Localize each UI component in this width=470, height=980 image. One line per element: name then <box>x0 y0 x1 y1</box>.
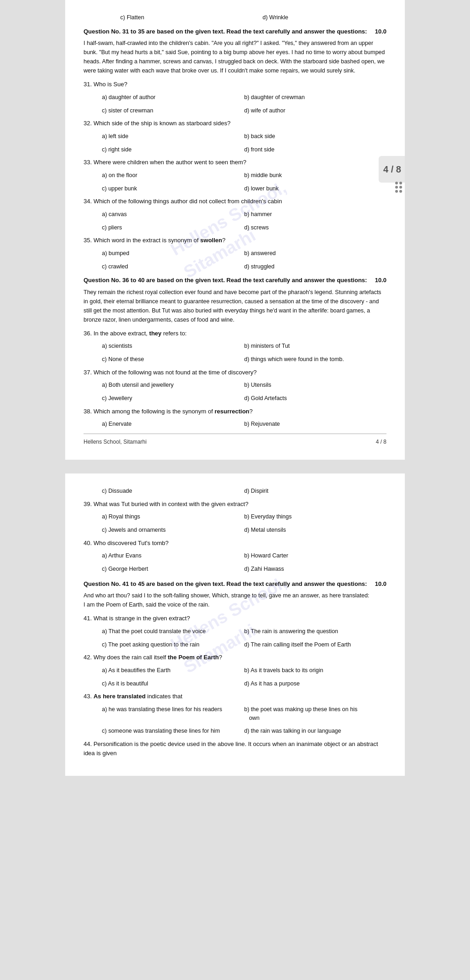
q35-option-c: c) crawled <box>102 262 244 272</box>
q37-text: 37. Which of the following was not found… <box>84 369 257 376</box>
q42-options: a) As it beautifies the Earth b) As it t… <box>84 666 386 675</box>
q41-options-2: c) The poet asking question to the rain … <box>84 640 386 650</box>
q39-option-b: b) Everyday things <box>244 512 386 522</box>
q35-option-b: b) answered <box>244 249 386 258</box>
q37-options: a) Both utensil and jewellery b) Utensil… <box>84 380 386 390</box>
question-41: 41. What is strange in the given extract… <box>84 614 386 623</box>
school-name: Hellens School, Sitamarhi <box>84 438 146 446</box>
q40-options: a) Arthur Evans b) Howard Carter <box>84 551 386 561</box>
q39-options-2: c) Jewels and ornaments d) Metal utensil… <box>84 525 386 535</box>
q34-text: 34. Which of the following things author… <box>84 198 282 205</box>
q41-option-c: c) The poet asking question to the rain <box>102 640 244 650</box>
q41-text: 41. What is strange in the given extract… <box>84 615 190 622</box>
page-break <box>0 460 470 473</box>
q31-option-d: d) wife of author <box>244 106 386 116</box>
q39-option-d: d) Metal utensils <box>244 525 386 535</box>
question-37: 37. Which of the following was not found… <box>84 368 386 377</box>
passage-31-35: I half-swam, half-crawled into the child… <box>84 39 386 75</box>
passage-36-40: They remain the richest royal collection… <box>84 288 386 324</box>
question-block-label: Question No. 31 to 35 are based on the g… <box>84 27 367 36</box>
q41-option-d: d) The rain calling itself the Poem of E… <box>244 640 386 650</box>
option-c-flatten: c) Flatten <box>102 13 244 22</box>
q35-text: 35. Which word in the extract is synonym… <box>84 237 225 244</box>
q32-option-d: d) front side <box>244 145 386 155</box>
q37-option-c: c) Jewellery <box>102 394 244 403</box>
question-35: 35. Which word in the extract is synonym… <box>84 236 386 245</box>
q36-text: 36. In the above extract, they refers to… <box>84 330 187 337</box>
q38c-option-c: c) Dissuade <box>102 486 244 496</box>
question-44: 44. Personification is the poetic device… <box>84 740 386 757</box>
question-38: 38. Which among the following is the syn… <box>84 407 386 416</box>
q41-option-b: b) The rain is answering the question <box>244 627 386 636</box>
q34-option-d: d) screws <box>244 223 386 233</box>
q33-text: 33. Where were children when the author … <box>84 159 246 166</box>
q43-options: a) he was translating these lines for hi… <box>84 705 386 723</box>
marks-31-35: 10.0 <box>375 27 386 36</box>
question-43: 43. As here translated indicates that <box>84 692 386 701</box>
q40-options-2: c) George Herbert d) Zahi Hawass <box>84 564 386 574</box>
q35-options-2: c) crawled d) struggled <box>84 262 386 272</box>
q43-options-2: c) someone was translating these lines f… <box>84 726 386 736</box>
q39-text: 39. What was Tut buried with in context … <box>84 501 248 507</box>
question-block-header-41-45: Question No. 41 to 45 are based on the g… <box>84 579 386 589</box>
q41-option-a: a) That the poet could translate the voi… <box>102 627 244 636</box>
q33-option-d: d) lower bunk <box>244 184 386 194</box>
q36-option-b: b) ministers of Tut <box>244 341 386 351</box>
q34-option-a: a) canvas <box>102 210 244 219</box>
q38-option-b: b) Rejuvenate <box>244 419 386 429</box>
q38-continuation-options: c) Dissuade d) Dispirit <box>84 486 386 496</box>
question-block-41-45: Question No. 41 to 45 are based on the g… <box>84 579 386 757</box>
q31-options: a) daughter of author b) daughter of cre… <box>84 93 386 102</box>
q38-option-a: a) Enervate <box>102 419 244 429</box>
q36-options: a) scientists b) ministers of Tut <box>84 341 386 351</box>
marks-36-40: 10.0 <box>375 276 386 285</box>
q32-options-2: c) right side d) front side <box>84 145 386 155</box>
q40-option-d: d) Zahi Hawass <box>244 564 386 574</box>
q37-options-2: c) Jewellery d) Gold Artefacts <box>84 394 386 403</box>
q43-option-c: c) someone was translating these lines f… <box>102 726 244 736</box>
q32-option-a: a) left side <box>102 132 244 141</box>
q38-options: a) Enervate b) Rejuvenate <box>84 419 386 429</box>
passage-41-45: And who art thou? said I to the soft-fal… <box>84 591 386 609</box>
q33-option-c: c) upper bunk <box>102 184 244 194</box>
q39-option-c: c) Jewels and ornaments <box>102 525 244 535</box>
q32-option-b: b) back side <box>244 132 386 141</box>
q41-options: a) That the poet could translate the voi… <box>84 627 386 636</box>
q43-option-a: a) he was translating these lines for hi… <box>102 705 244 723</box>
question-block-36-40: Question No. 36 to 40 are based on the g… <box>84 276 386 429</box>
marks-41-45: 10.0 <box>375 579 386 589</box>
q42-option-c: c) As it is beautiful <box>102 679 244 689</box>
q42-options-2: c) As it is beautiful d) As it has a pur… <box>84 679 386 689</box>
q37-option-b: b) Utensils <box>244 380 386 390</box>
q40-option-c: c) George Herbert <box>102 564 244 574</box>
question-block-label-41: Question No. 41 to 45 are based on the g… <box>84 579 367 589</box>
q34-options: a) canvas b) hammer <box>84 210 386 219</box>
page-5: Hellens School,Sitamarhi c) Dissuade d) … <box>65 473 405 776</box>
q42-text: 42. Why does the rain call itself the Po… <box>84 654 222 661</box>
question-39: 39. What was Tut buried with in context … <box>84 500 386 509</box>
q33-options: a) on the floor b) middle bunk <box>84 171 386 180</box>
question-42: 42. Why does the rain call itself the Po… <box>84 653 386 662</box>
q36-options-2: c) None of these d) things which were fo… <box>84 355 386 364</box>
q36-option-c: c) None of these <box>102 355 244 364</box>
q40-option-a: a) Arthur Evans <box>102 551 244 561</box>
question-block-31-35: Question No. 31 to 35 are based on the g… <box>84 27 386 272</box>
question-40: 40. Who discovered Tut's tomb? <box>84 539 386 548</box>
q34-option-b: b) hammer <box>244 210 386 219</box>
q40-option-b: b) Howard Carter <box>244 551 386 561</box>
q40-text: 40. Who discovered Tut's tomb? <box>84 540 168 546</box>
option-d-wrinkle: d) Wrinkle <box>244 13 386 22</box>
q36-option-d: d) things which were found in the tomb. <box>244 355 386 364</box>
q43-option-d: d) the rain was talking in our language <box>244 726 386 736</box>
dots-badge <box>392 179 405 195</box>
q36-option-a: a) scientists <box>102 341 244 351</box>
q38c-option-d: d) Dispirit <box>244 486 386 496</box>
q31-option-a: a) daughter of author <box>102 93 244 102</box>
q37-option-a: a) Both utensil and jewellery <box>102 380 244 390</box>
q31-text: 31. Who is Sue? <box>84 81 127 88</box>
footer-page-num: 4 / 8 <box>376 438 386 446</box>
q35-options: a) bumped b) answered <box>84 249 386 258</box>
q31-option-b: b) daughter of crewman <box>244 93 386 102</box>
question-34: 34. Which of the following things author… <box>84 197 386 206</box>
q32-text: 32. Which side of the ship is known as s… <box>84 120 230 127</box>
